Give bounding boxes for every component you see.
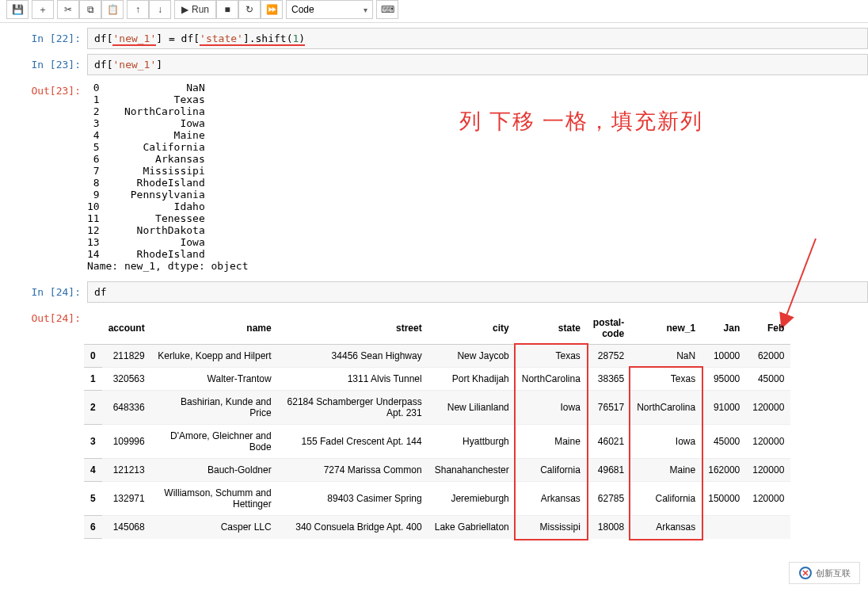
code-input-24[interactable]: df [87,281,868,303]
prompt-in-24: In [24]: [0,281,87,303]
table-cell: Bashirian, Kunde and Price [151,391,278,425]
output-23: 0 NaN 1 Texas 2 NorthCarolina 3 Iowa 4 M… [87,80,868,277]
copy-button[interactable]: ⧉ [79,0,101,19]
interrupt-button[interactable]: ■ [216,0,238,19]
plus-icon: ＋ [38,3,48,17]
table-cell: 62184 Schamberger Underpass Apt. 231 [278,391,428,425]
annotation-text: 列 下移 一格，填充新列 [459,107,697,137]
table-cell: Port Khadijah [428,368,516,391]
scissors-icon: ✂ [64,4,72,15]
table-row: 6145068Casper LLC340 Consuela Bridge Apt… [84,516,790,539]
insert-below-button[interactable]: ＋ [32,0,54,19]
move-down-button[interactable]: ↓ [149,0,171,19]
table-cell: Hyattburgh [428,425,516,459]
table-cell: Texas [630,368,702,391]
table-cell: 162000 [702,459,746,482]
table-cell: 5 [84,482,102,516]
table-cell: Arkansas [516,482,587,516]
table-cell: California [516,459,587,482]
table-header: account [102,312,151,345]
prompt-in-22: In [22]: [0,28,87,49]
copy-icon: ⧉ [87,4,94,15]
table-cell: 7274 Marissa Common [278,459,428,482]
table-cell: 648336 [102,391,151,425]
save-button[interactable]: 💾 [6,0,29,19]
table-row: 1320563Walter-Trantow1311 Alvis TunnelPo… [84,368,790,391]
command-palette-button[interactable]: ⌨ [376,0,398,19]
table-cell: 4 [84,459,102,482]
keyboard-icon: ⌨ [381,4,394,15]
table-cell: Mississipi [516,516,587,539]
table-header: state [516,312,587,345]
play-icon: ▶ [181,4,188,15]
table-cell: Williamson, Schumm and Hettinger [151,482,278,516]
table-cell: 120000 [746,425,790,459]
table-cell: California [630,482,702,516]
table-cell: 132971 [102,482,151,516]
table-cell: 109996 [102,425,151,459]
table-cell: Iowa [630,425,702,459]
table-cell: Texas [516,345,587,368]
table-cell: NorthCarolina [516,368,587,391]
arrow-down-icon: ↓ [158,4,162,15]
save-icon: 💾 [12,4,24,15]
table-cell: D'Amore, Gleichner and Bode [151,425,278,459]
table-header: postal-code [587,312,630,345]
table-row: 3109996D'Amore, Gleichner and Bode155 Fa… [84,425,790,459]
cell-in-22[interactable]: In [22]: df['new_1'] = df['state'].shift… [0,28,868,49]
table-header: new_1 [630,312,702,345]
prompt-out-24: Out[24]: [0,307,87,539]
table-cell: 10000 [702,345,746,368]
table-cell: Casper LLC [151,516,278,539]
table-cell: New Lilianland [428,391,516,425]
output-24: accountnamestreetcitystatepostal-codenew… [87,307,868,539]
table-cell: 0 [84,345,102,368]
table-row: 0211829Kerluke, Koepp and Hilpert34456 S… [84,345,790,368]
cell-in-24[interactable]: In [24]: df [0,281,868,303]
table-header [84,312,102,345]
table-cell: 95000 [702,368,746,391]
table-cell: 1 [84,368,102,391]
table-header: name [151,312,278,345]
table-cell: 34456 Sean Highway [278,345,428,368]
table-cell [702,516,746,539]
table-cell: 155 Fadel Crescent Apt. 144 [278,425,428,459]
table-cell: 49681 [587,459,630,482]
table-cell: Shanahanchester [428,459,516,482]
toolbar: 💾 ＋ ✂ ⧉ 📋 ↑ ↓ ▶Run ■ ↻ ⏩ Code ⌨ [0,0,868,23]
code-input-23[interactable]: df['new_1'] [87,54,868,75]
stop-icon: ■ [224,4,230,15]
cell-out-23: Out[23]: 0 NaN 1 Texas 2 NorthCarolina 3… [0,80,868,277]
run-button[interactable]: ▶Run [174,0,216,19]
table-cell: 76517 [587,391,630,425]
table-cell: 89403 Casimer Spring [278,482,428,516]
restart-run-all-button[interactable]: ⏩ [261,0,283,19]
fast-forward-icon: ⏩ [266,4,278,15]
table-cell: 28752 [587,345,630,368]
table-cell: 320563 [102,368,151,391]
cell-type-select[interactable]: Code [286,0,373,19]
table-cell: 145068 [102,516,151,539]
cut-button[interactable]: ✂ [57,0,79,19]
paste-icon: 📋 [107,4,119,15]
table-cell: 38365 [587,368,630,391]
move-up-button[interactable]: ↑ [127,0,149,19]
table-cell: Maine [516,425,587,459]
table-cell: Walter-Trantow [151,368,278,391]
table-row: 2648336Bashirian, Kunde and Price62184 S… [84,391,790,425]
table-cell: NorthCarolina [630,391,702,425]
table-cell: Arkansas [630,516,702,539]
cell-in-23[interactable]: In [23]: df['new_1'] [0,54,868,75]
table-header: Jan [702,312,746,345]
table-header: Feb [746,312,790,345]
prompt-in-23: In [23]: [0,54,87,75]
table-cell: 46021 [587,425,630,459]
table-cell: Maine [630,459,702,482]
paste-button[interactable]: 📋 [101,0,124,19]
restart-button[interactable]: ↻ [238,0,261,19]
table-cell: 45000 [746,368,790,391]
code-input-22[interactable]: df['new_1'] = df['state'].shift(1) [87,28,868,49]
table-cell [746,516,790,539]
table-cell: 2 [84,391,102,425]
table-cell: 1311 Alvis Tunnel [278,368,428,391]
